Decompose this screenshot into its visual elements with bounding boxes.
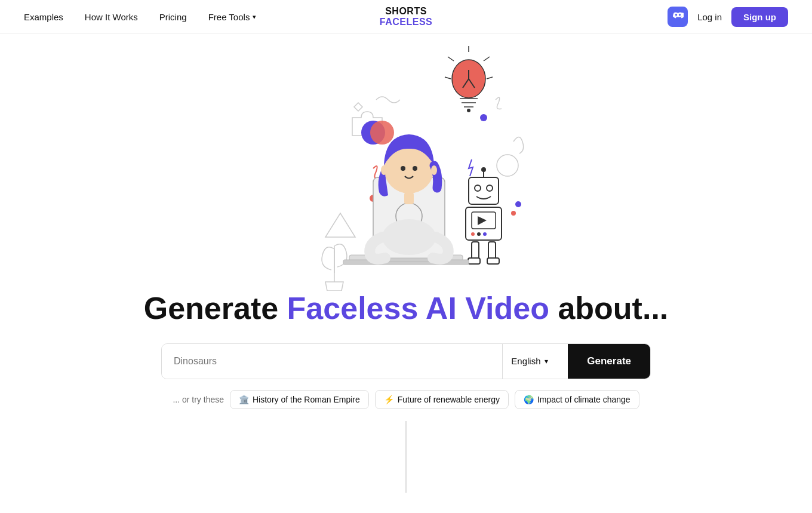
svg-line-2 <box>484 57 490 61</box>
svg-point-24 <box>481 167 486 172</box>
svg-rect-34 <box>487 258 499 264</box>
svg-point-48 <box>431 165 437 175</box>
svg-point-19 <box>370 121 394 145</box>
svg-line-3 <box>448 57 454 61</box>
svg-point-47 <box>381 165 387 175</box>
nav-free-tools[interactable]: Free Tools ▾ <box>208 12 257 22</box>
svg-rect-32 <box>488 242 496 260</box>
nav-right: Log in Sign up <box>668 7 788 27</box>
svg-marker-0 <box>354 103 362 111</box>
svg-point-37 <box>497 155 518 176</box>
svg-point-30 <box>483 232 487 236</box>
try-chip-climate-change[interactable]: 🌍 Impact of climate change <box>515 390 639 409</box>
nav-left: Examples How It Works Pricing Free Tools… <box>24 12 256 22</box>
svg-point-28 <box>471 232 475 236</box>
try-chip-roman-empire[interactable]: 🏛️ History of the Roman Empire <box>230 390 369 409</box>
try-these-row: ... or try these 🏛️ History of the Roman… <box>173 390 639 409</box>
topic-input[interactable] <box>162 344 502 379</box>
chevron-down-icon: ▾ <box>253 13 256 21</box>
nav-pricing[interactable]: Pricing <box>159 12 187 22</box>
language-selector[interactable]: English ▾ <box>502 344 568 379</box>
svg-point-46 <box>413 166 417 171</box>
hero-section: Generate Faceless AI Video about... Engl… <box>0 34 812 513</box>
svg-point-14 <box>480 114 487 121</box>
svg-rect-31 <box>472 242 479 260</box>
try-chip-renewable-energy[interactable]: ⚡ Future of renewable energy <box>375 390 509 409</box>
try-these-label: ... or try these <box>173 395 224 404</box>
svg-rect-33 <box>468 258 480 264</box>
generate-button[interactable]: Generate <box>568 344 650 379</box>
nav-examples[interactable]: Examples <box>24 12 63 22</box>
svg-marker-16 <box>325 213 355 237</box>
svg-point-36 <box>511 211 516 216</box>
navbar: Examples How It Works Pricing Free Tools… <box>0 0 812 34</box>
hero-heading: Generate Faceless AI Video about... <box>144 291 669 327</box>
climate-change-icon: 🌍 <box>524 395 534 404</box>
section-divider <box>405 421 407 493</box>
site-logo: SHORTS FACELESS <box>380 6 432 27</box>
nav-how-it-works[interactable]: How It Works <box>85 12 138 22</box>
svg-point-45 <box>401 166 405 171</box>
topic-input-row: English ▾ Generate <box>161 343 651 379</box>
login-button[interactable]: Log in <box>697 12 722 22</box>
renewable-energy-icon: ⚡ <box>384 395 394 404</box>
svg-line-4 <box>487 77 493 79</box>
svg-point-13 <box>467 109 470 112</box>
svg-point-43 <box>382 219 436 255</box>
svg-point-35 <box>515 201 521 207</box>
hero-illustration <box>263 40 549 291</box>
discord-icon[interactable] <box>668 7 688 27</box>
roman-empire-icon: 🏛️ <box>239 395 249 404</box>
chevron-down-icon: ▾ <box>545 357 548 365</box>
signup-button[interactable]: Sign up <box>731 7 788 27</box>
svg-rect-49 <box>404 192 414 204</box>
svg-point-29 <box>477 232 481 236</box>
svg-line-5 <box>445 77 451 79</box>
svg-rect-20 <box>469 177 499 204</box>
